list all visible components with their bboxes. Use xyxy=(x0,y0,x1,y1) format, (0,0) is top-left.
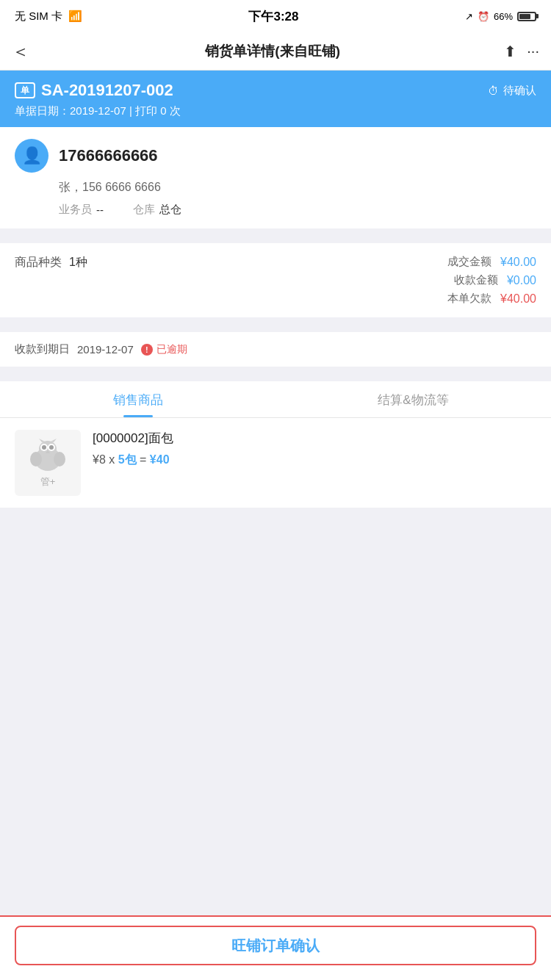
amount-label-1: 收款金额 xyxy=(454,273,498,287)
summary-row: 商品种类 1种 成交金额 ¥40.00 收款金额 ¥0.00 本单欠款 ¥40.… xyxy=(15,255,536,306)
customer-phone: 17666666666 xyxy=(59,146,158,165)
product-total: ¥40 xyxy=(150,453,170,466)
order-id-row: 单 SA-20191207-002 xyxy=(15,81,173,100)
brand-label: 管+ xyxy=(40,475,56,489)
product-list: 管+ [0000002]面包 ¥8 x 5包 = ¥40 xyxy=(0,418,551,508)
warehouse-meta: 仓库 总仓 xyxy=(133,203,181,217)
battery-percent: 66% xyxy=(494,11,513,22)
status-clock-icon: ⏱ xyxy=(488,84,499,97)
tab-settlement[interactable]: 结算&物流等 xyxy=(276,381,551,417)
order-header-band: 单 SA-20191207-002 ⏱ 待确认 单据日期：2019-12-07 … xyxy=(0,71,551,127)
table-row: 管+ [0000002]面包 ¥8 x 5包 = ¥40 xyxy=(15,430,536,496)
product-info: [0000002]面包 ¥8 x 5包 = ¥40 xyxy=(93,430,536,468)
customer-meta: 业务员 -- 仓库 总仓 xyxy=(15,203,536,217)
confirm-order-button[interactable]: 旺铺订单确认 xyxy=(15,926,536,965)
summary-item-0: 成交金额 ¥40.00 xyxy=(447,255,536,269)
customer-row: 👤 17666666666 xyxy=(15,139,536,173)
due-date-label: 收款到期日 xyxy=(15,342,70,356)
status-left: 无 SIM 卡 📶 xyxy=(15,10,82,24)
back-button[interactable]: ＜ xyxy=(12,40,41,63)
bottom-area xyxy=(0,508,551,699)
product-price: ¥8 x 5包 = ¥40 xyxy=(93,453,536,468)
summary-item-2: 本单欠款 ¥40.00 xyxy=(447,292,536,306)
page-title: 销货单详情(来自旺铺) xyxy=(205,42,340,61)
svg-point-5 xyxy=(49,445,54,450)
sales-label: 业务员 xyxy=(59,203,92,217)
confirm-btn-wrap: 旺铺订单确认 xyxy=(0,915,551,980)
customer-name-phone: 张，156 6666 6666 xyxy=(15,180,536,195)
status-right: ↗ ⏰ 66% xyxy=(465,11,536,22)
tab-products[interactable]: 销售商品 xyxy=(0,381,276,417)
product-name: [0000002]面包 xyxy=(93,430,536,447)
svg-point-4 xyxy=(42,445,46,450)
tabs-section: 销售商品 结算&物流等 xyxy=(0,381,551,418)
price-text: ¥8 x xyxy=(93,453,118,466)
amount-value-2: ¥40.00 xyxy=(500,292,536,306)
status-text: 待确认 xyxy=(503,84,536,98)
product-image-icon xyxy=(26,437,70,474)
location-icon: ↗ xyxy=(465,11,473,22)
overdue-badge: ! 已逾期 xyxy=(141,343,187,356)
customer-section: 👤 17666666666 张，156 6666 6666 业务员 -- 仓库 … xyxy=(0,127,551,228)
due-date-section: 收款到期日 2019-12-07 ! 已逾期 xyxy=(0,332,551,367)
wifi-icon: 📶 xyxy=(68,10,82,23)
nav-bar: ＜ 销货单详情(来自旺铺) ⬆ ··· xyxy=(0,32,551,71)
order-id-icon: 单 xyxy=(15,82,35,98)
amount-value-0: ¥40.00 xyxy=(500,256,536,269)
status-time: 下午3:28 xyxy=(248,8,298,25)
section-divider-1 xyxy=(0,236,551,243)
overdue-text: 已逾期 xyxy=(156,343,187,356)
svg-marker-9 xyxy=(39,439,45,442)
nav-actions: ⬆ ··· xyxy=(504,43,539,60)
status-bar: 无 SIM 卡 📶 下午3:28 ↗ ⏰ 66% xyxy=(0,0,551,32)
alarm-icon: ⏰ xyxy=(478,11,489,22)
more-icon[interactable]: ··· xyxy=(527,43,539,60)
avatar: 👤 xyxy=(15,139,48,173)
amount-label-2: 本单欠款 xyxy=(447,292,491,306)
overdue-dot-icon: ! xyxy=(141,344,153,356)
due-date-value: 2019-12-07 xyxy=(77,343,134,356)
section-divider-2 xyxy=(0,325,551,332)
product-type-value: 1种 xyxy=(69,255,87,270)
svg-point-7 xyxy=(30,452,42,466)
svg-marker-10 xyxy=(51,439,57,442)
product-type-label: 商品种类 xyxy=(15,255,62,270)
order-id-text: SA-20191207-002 xyxy=(41,81,173,100)
order-status: ⏱ 待确认 xyxy=(488,84,536,98)
product-qty: 5包 xyxy=(118,453,137,466)
sales-value: -- xyxy=(96,203,104,216)
warehouse-value: 总仓 xyxy=(159,203,181,217)
avatar-icon: 👤 xyxy=(22,146,42,165)
summary-item-1: 收款金额 ¥0.00 xyxy=(454,273,536,287)
sim-label: 无 SIM 卡 xyxy=(15,10,62,24)
order-date-line: 单据日期：2019-12-07 | 打印 0 次 xyxy=(15,104,536,118)
summary-section: 商品种类 1种 成交金额 ¥40.00 收款金额 ¥0.00 本单欠款 ¥40.… xyxy=(0,243,551,317)
amount-value-1: ¥0.00 xyxy=(507,274,536,287)
warehouse-label: 仓库 xyxy=(133,203,155,217)
sales-meta: 业务员 -- xyxy=(59,203,104,217)
share-icon[interactable]: ⬆ xyxy=(504,43,516,60)
section-divider-3 xyxy=(0,374,551,381)
equals-text: = xyxy=(137,453,150,466)
summary-right: 成交金额 ¥40.00 收款金额 ¥0.00 本单欠款 ¥40.00 xyxy=(447,255,536,306)
battery-icon xyxy=(517,12,536,21)
product-thumbnail: 管+ xyxy=(15,430,81,496)
svg-point-8 xyxy=(54,452,65,466)
amount-label-0: 成交金额 xyxy=(447,255,491,269)
summary-left: 商品种类 1种 xyxy=(15,255,87,270)
tabs-row: 销售商品 结算&物流等 xyxy=(0,381,551,418)
